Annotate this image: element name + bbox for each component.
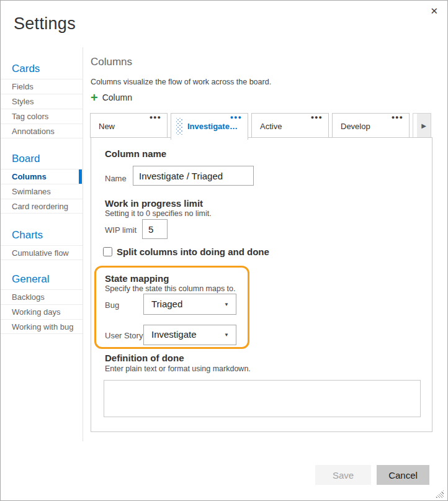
columns-settings-main: Columns Columns visualize the flow of wo… [83,1,448,501]
column-tabstrip: New ●●● Investigate… ●●● Active ●●● Deve… [90,113,437,140]
split-columns-row: Split columns into doing and done [103,246,269,257]
state-mapping-header: State mapping [105,273,169,284]
column-settings-panel: Column name Name Work in progress limit … [91,137,432,432]
sidebar-group-general: General [1,273,83,286]
cancel-button[interactable]: Cancel [377,465,429,485]
sidebar-group-cards: Cards [1,63,83,75]
tab-menu-icon[interactable]: ●●● [392,114,403,120]
state-mapping-description: Specify the state this column maps to. [105,284,236,293]
user-story-state-select[interactable]: Investigate ▼ [143,325,236,345]
tab-investigate-label: Investigate… [187,122,238,131]
tab-develop[interactable]: Develop ●●● [332,113,410,138]
bug-state-select[interactable]: Triaged ▼ [143,294,236,315]
tab-active[interactable]: Active ●●● [251,113,329,138]
sidebar-item-fields[interactable]: Fields [1,79,83,94]
tab-investigate[interactable]: Investigate… ●●● [171,113,248,140]
sidebar-item-styles[interactable]: Styles [1,94,83,109]
user-story-state-value: Investigate [151,329,197,340]
sidebar-item-columns[interactable]: Columns [1,169,83,184]
definition-of-done-description: Enter plain text or format using markdow… [105,364,251,373]
wip-header: Work in progress limit [105,198,203,209]
settings-sidebar: Cards Fields Styles Tag colors Annotatio… [1,47,83,441]
sidebar-item-backlogs[interactable]: Backlogs [1,289,83,304]
page-description: Columns visualize the flow of work acros… [91,78,271,86]
sidebar-item-working-with-bug[interactable]: Working with bug [1,319,83,334]
definition-of-done-textarea[interactable] [104,380,421,417]
tab-develop-label: Develop [341,122,370,131]
wip-limit-input[interactable] [142,219,168,239]
definition-of-done-header: Definition of done [105,353,184,363]
sidebar-item-swimlanes[interactable]: Swimlanes [1,184,83,199]
user-story-label: User Story [105,331,143,340]
name-label: Name [105,174,127,183]
scroll-right-icon: ▶ [417,114,431,137]
sidebar-item-annotations[interactable]: Annotations [1,124,83,138]
split-columns-label: Split columns into doing and done [117,246,269,257]
add-column-button[interactable]: + Column [91,91,135,104]
tab-new[interactable]: New ●●● [90,113,168,138]
page-title: Columns [91,56,132,68]
dialog-title: Settings [14,14,76,34]
tab-scroll-right-button[interactable]: ▶ [413,113,431,138]
bug-label: Bug [105,300,119,310]
sidebar-items-board: Columns Swimlanes Card reordering [1,169,83,214]
save-button[interactable]: Save [315,465,371,485]
tab-menu-icon[interactable]: ●●● [150,114,161,120]
tab-new-label: New [99,122,115,131]
split-columns-checkbox[interactable] [103,247,112,256]
bug-state-value: Triaged [151,299,182,309]
drag-grip-icon [176,118,183,135]
sidebar-item-working-days[interactable]: Working days [1,304,83,319]
sidebar-item-tag-colors[interactable]: Tag colors [1,109,83,124]
sidebar-items-general: Backlogs Working days Working with bug [1,289,83,334]
tab-menu-icon[interactable]: ●●● [311,114,323,120]
chevron-down-icon: ▼ [224,302,229,307]
plus-icon: + [91,93,98,102]
sidebar-item-cumulative-flow[interactable]: Cumulative flow [1,245,83,260]
sidebar-items-cards: Fields Styles Tag colors Annotations [1,79,83,138]
settings-dialog: Settings ✕ Cards Fields Styles Tag color… [0,0,448,501]
add-column-label: Column [102,93,132,102]
tab-menu-icon[interactable]: ●●● [230,114,242,120]
chevron-down-icon: ▼ [224,332,229,338]
column-name-input[interactable] [133,166,254,186]
wip-description: Setting it to 0 specifies no limit. [105,209,212,218]
column-name-header: Column name [105,148,166,159]
sidebar-group-charts: Charts [1,229,83,241]
sidebar-group-board: Board [1,153,83,165]
sidebar-items-charts: Cumulative flow [1,245,83,260]
wip-limit-label: WIP limit [105,225,137,235]
tab-active-label: Active [260,122,282,131]
sidebar-item-card-reordering[interactable]: Card reordering [1,199,83,214]
